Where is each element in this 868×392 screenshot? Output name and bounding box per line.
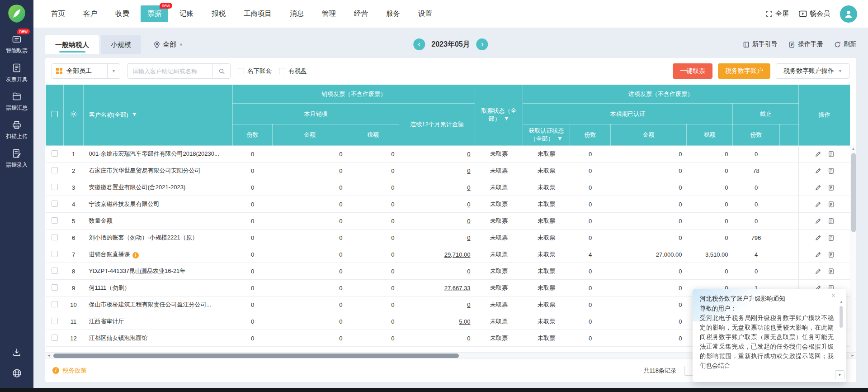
invoice-detail-icon[interactable]: [828, 251, 835, 258]
filter-icon[interactable]: [504, 116, 509, 121]
cumulative-amount-link[interactable]: 27,667.33: [444, 285, 471, 292]
edit-icon[interactable]: [815, 234, 821, 241]
filter-icon[interactable]: [132, 112, 137, 117]
row-checkbox[interactable]: [52, 251, 58, 257]
cumulative-amount-link[interactable]: 0: [467, 151, 470, 158]
edit-icon[interactable]: [815, 251, 821, 258]
topnav-item-3[interactable]: 收费: [108, 5, 136, 22]
purchase-group-header: 进项发票（不含作废票）: [523, 85, 799, 104]
employee-dropdown[interactable]: 全部员工 ▼: [52, 63, 120, 79]
cumulative-amount-link[interactable]: 0: [467, 184, 470, 191]
invoice-detail-icon[interactable]: [828, 201, 835, 208]
scroll-down-icon[interactable]: ▼: [835, 370, 844, 379]
download-icon[interactable]: [12, 347, 22, 357]
invoice-detail-icon[interactable]: [828, 234, 835, 241]
avatar[interactable]: [840, 5, 857, 23]
filter-icon[interactable]: [557, 136, 562, 141]
member-button[interactable]: 畅会员: [799, 10, 830, 18]
row-checkbox[interactable]: [52, 217, 58, 224]
info-icon[interactable]: i: [132, 252, 139, 258]
row-checkbox[interactable]: [52, 284, 58, 291]
edit-icon[interactable]: [815, 268, 821, 275]
sales-tax-cell: 0: [347, 330, 399, 347]
tab-general-taxpayer[interactable]: 一般纳税人: [45, 35, 99, 54]
ticket-status-header-label: 取票状态（全部）: [481, 107, 517, 122]
topnav-item-11[interactable]: 服务: [379, 5, 407, 22]
scroll-right-icon[interactable]: ►: [851, 354, 854, 358]
invoice-detail-icon[interactable]: [828, 151, 835, 158]
row-checkbox[interactable]: [52, 234, 58, 240]
cumulative-amount-link[interactable]: 5.00: [459, 318, 470, 325]
search-button[interactable]: [212, 63, 231, 79]
prev-month-button[interactable]: ‹: [413, 38, 425, 50]
cumulative-amount-link[interactable]: 0: [467, 268, 470, 275]
topnav-item-7[interactable]: 工商项目: [237, 5, 278, 22]
manual-link[interactable]: 操作手册: [788, 40, 823, 48]
cumulative-amount-link[interactable]: 0: [467, 301, 470, 308]
topnav-item-5[interactable]: 记账: [173, 5, 200, 22]
select-all-checkbox[interactable]: [52, 111, 58, 117]
topnav-item-4[interactable]: 票据new: [141, 5, 168, 22]
app-logo[interactable]: [7, 4, 27, 25]
search-input[interactable]: [127, 63, 212, 79]
invoice-detail-icon[interactable]: [828, 218, 835, 225]
checkbox-own-accounts[interactable]: 名下账套: [238, 67, 272, 75]
edit-icon[interactable]: [815, 184, 821, 191]
row-checkbox[interactable]: [52, 184, 58, 190]
sidebar-item-invoice-entry[interactable]: 票据录入: [0, 144, 33, 172]
edit-icon[interactable]: [815, 201, 821, 208]
scroll-up-icon[interactable]: ▲: [838, 300, 845, 304]
edit-icon[interactable]: [815, 151, 821, 158]
topnav-item-1[interactable]: 首页: [44, 5, 72, 22]
cumulative-amount-link[interactable]: 0: [467, 167, 470, 174]
cumulative-amount-link[interactable]: 0: [467, 218, 470, 225]
scrollbar-thumb[interactable]: [851, 153, 856, 232]
scrollbar-thumb[interactable]: [53, 354, 459, 358]
guide-link[interactable]: 新手引导: [743, 40, 778, 48]
tax-digital-account-button[interactable]: 税务数字账户: [718, 63, 770, 79]
row-checkbox[interactable]: [52, 335, 58, 341]
tax-policy-link[interactable]: i 税务政策: [52, 367, 87, 375]
cumulative-amount-link[interactable]: 0: [467, 335, 470, 342]
topnav-item-6[interactable]: 报税: [205, 5, 232, 22]
region-selector[interactable]: 全部 ▼: [154, 40, 183, 54]
topnav-item-2[interactable]: 客户: [76, 5, 104, 22]
cumulative-amount-link[interactable]: 29,710.00: [444, 251, 471, 258]
edit-icon[interactable]: [815, 218, 821, 225]
refresh-link[interactable]: 刷新: [834, 40, 856, 48]
sidebar-item-scan-upload[interactable]: 扫描上传: [0, 115, 33, 144]
sidebar-item-invoice-issue[interactable]: 发票开具: [0, 58, 33, 87]
video-icon: [799, 10, 807, 17]
cumulative-amount-link[interactable]: 0: [467, 201, 470, 208]
invoice-detail-icon[interactable]: [828, 184, 835, 191]
scrollbar-thumb[interactable]: [840, 306, 843, 328]
topnav-item-12[interactable]: 设置: [411, 5, 439, 22]
next-month-button[interactable]: ›: [476, 38, 488, 50]
topnav-item-9[interactable]: 管理: [315, 5, 343, 22]
tab-small-scale[interactable]: 小规模: [101, 35, 141, 54]
row-checkbox[interactable]: [52, 318, 58, 324]
row-checkbox[interactable]: [52, 150, 58, 157]
tax-digital-account-ops-button[interactable]: 税务数字账户操作 ▼: [776, 63, 850, 79]
vertical-scrollbar[interactable]: ▲: [850, 145, 856, 352]
checkbox-has-tax-disk[interactable]: 有税盘: [279, 67, 307, 75]
row-checkbox[interactable]: [52, 201, 58, 207]
invoice-detail-icon[interactable]: [828, 167, 835, 174]
gear-icon[interactable]: [70, 110, 77, 118]
invoice-detail-icon[interactable]: [828, 268, 835, 275]
scroll-up-icon[interactable]: ▲: [850, 145, 856, 152]
row-checkbox[interactable]: [52, 301, 58, 307]
scroll-left-icon[interactable]: ◄: [47, 354, 51, 358]
edit-icon[interactable]: [815, 167, 821, 174]
one-key-fetch-button[interactable]: 一键取票: [673, 63, 712, 79]
globe-icon[interactable]: [12, 368, 22, 378]
row-checkbox[interactable]: [52, 167, 58, 173]
row-checkbox[interactable]: [52, 268, 58, 274]
topnav-item-8[interactable]: 消息: [283, 5, 311, 22]
fullscreen-button[interactable]: 全屏: [766, 10, 789, 18]
sidebar-item-smart-fetch[interactable]: new 智能取票: [0, 30, 33, 58]
sidebar-item-invoice-summary[interactable]: 票据汇总: [0, 87, 33, 115]
cumulative-amount-link[interactable]: 0: [467, 234, 470, 241]
row-select-cell: [46, 296, 64, 313]
topnav-item-10[interactable]: 经营: [347, 5, 375, 22]
